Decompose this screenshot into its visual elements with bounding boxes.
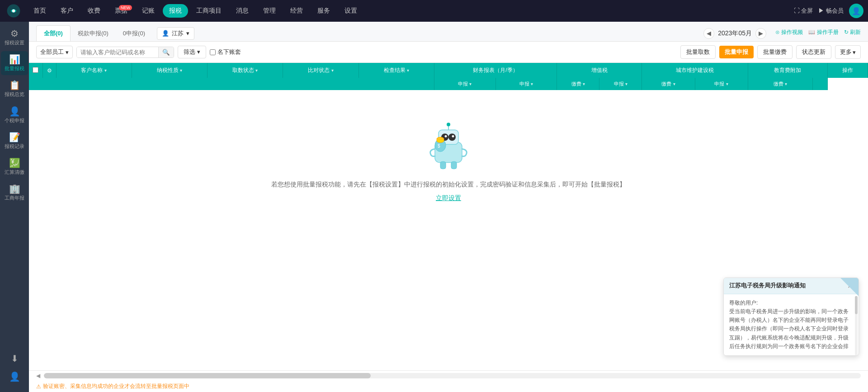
- sidebar-item-batch-tax[interactable]: 📊 批量报税: [1, 51, 28, 75]
- checkbox-column-header: [29, 63, 42, 78]
- th-financial-report: 财务报表（月/季）: [434, 63, 557, 78]
- th-city-maintenance: 城市维护建设税: [642, 63, 748, 78]
- th-city-declare: 申报 ▾: [599, 78, 642, 90]
- chevron-down-icon: ▾: [66, 49, 69, 56]
- sidebar-label-tax-settings: 报税设置: [5, 40, 24, 46]
- business-annual-icon: 🏢: [9, 184, 20, 193]
- warning-icon: ⚠: [36, 383, 41, 390]
- th-compare-status: 比对状态 ▾: [283, 63, 359, 78]
- employee-selector[interactable]: 全部员工 ▾: [36, 46, 73, 58]
- tab-all[interactable]: 全部(0): [36, 25, 71, 41]
- accounts-checkbox[interactable]: [210, 49, 216, 55]
- svg-rect-15: [440, 162, 446, 169]
- select-all-checkbox[interactable]: [33, 67, 38, 73]
- operation-manual-link[interactable]: 📖 操作手册: [808, 29, 838, 36]
- prev-month-button[interactable]: ◀: [703, 28, 714, 39]
- th-check-result: 检查结果 ▾: [359, 63, 434, 78]
- svg-text:$: $: [438, 143, 440, 148]
- bottom-section: ◀ ⚠ 验证账密、采集信息均成功的企业才会流转至批量报税页面中: [29, 370, 868, 392]
- user-avatar[interactable]: 👤: [849, 4, 863, 18]
- sidebar-item-personal-tax[interactable]: 👤 个税申报: [1, 103, 28, 127]
- notification-panel: 江苏电子税务局升级影响通知 ✕ 尊敬的用户: 受当前电子税务局进一步升级的影响，…: [723, 277, 859, 356]
- nav-message[interactable]: 消息: [230, 4, 255, 18]
- batch-pay-button[interactable]: 批量缴费: [757, 45, 793, 59]
- nav-menu: 首页 客户 收费 票据 NEW 记账 报税 工商项目 消息 管理 经营 服务 设…: [27, 4, 794, 18]
- new-badge: NEW: [119, 5, 132, 10]
- th-city-pay: 缴费 ▾: [642, 78, 695, 90]
- tab-tax-declare[interactable]: 税款申报(0): [71, 26, 116, 41]
- main-table: ⚙ 客户名称 ▾ 纳税性质 ▾ 取数状态 ▾ 比对状态 ▾: [29, 63, 868, 90]
- next-month-button[interactable]: ▶: [755, 28, 766, 39]
- app-logo[interactable]: [5, 2, 23, 20]
- th-operation: 操作: [827, 63, 868, 78]
- batch-tax-icon: 📊: [9, 55, 20, 64]
- sidebar-label-batch-tax: 批量报税: [5, 66, 24, 72]
- person-icon: 👤: [162, 30, 169, 37]
- annual-settle-icon: 💹: [9, 158, 20, 167]
- setup-link[interactable]: 立即设置: [436, 194, 461, 202]
- sidebar-item-user[interactable]: 👤: [1, 368, 28, 385]
- tax-records-icon: 📝: [9, 133, 20, 142]
- sidebar-item-download[interactable]: ⬇: [1, 350, 28, 367]
- scroll-left-arrow[interactable]: ◀: [36, 373, 40, 379]
- th-customer-name: 客户名称 ▾: [56, 63, 132, 78]
- tabs-bar: 全部(0) 税款申报(0) 0申报(0) 👤 江苏 ▾ ◀ 2023年05月 ▶…: [29, 22, 868, 42]
- sidebar-label-personal-tax: 个税申报: [5, 118, 24, 124]
- sidebar-item-tax-overview[interactable]: 📋 报税总览: [1, 77, 28, 101]
- tax-overview-icon: 📋: [9, 81, 20, 90]
- search-button[interactable]: 🔍: [158, 47, 174, 57]
- svg-point-14: [437, 139, 444, 143]
- warning-text: 验证账密、采集信息均成功的企业才会流转至批量报税页面中: [43, 382, 189, 390]
- more-button[interactable]: 更多 ▾: [835, 45, 861, 59]
- nav-accounting[interactable]: 记账: [136, 4, 161, 18]
- download-icon: ⬇: [11, 354, 19, 363]
- nav-home[interactable]: 首页: [27, 4, 52, 18]
- nav-customer[interactable]: 客户: [54, 4, 80, 18]
- tab-zero-declare[interactable]: 0申报(0): [116, 26, 152, 41]
- sidebar-item-business-annual[interactable]: 🏢 工商年报: [1, 181, 28, 205]
- notification-scrollbar[interactable]: [855, 296, 858, 355]
- filter-button[interactable]: 筛选 ▾: [178, 46, 206, 58]
- notification-header: 江苏电子税务局升级影响通知 ✕: [724, 278, 859, 294]
- nav-operation[interactable]: 经营: [284, 4, 309, 18]
- tax-settings-icon: ⚙: [10, 29, 19, 38]
- nav-business[interactable]: 工商项目: [190, 4, 228, 18]
- batch-fetch-button[interactable]: 批量取数: [680, 45, 716, 59]
- svg-rect-16: [451, 162, 457, 169]
- nav-service[interactable]: 服务: [311, 4, 336, 18]
- sidebar-label-annual-settle: 汇算清缴: [5, 169, 24, 175]
- th-tax-nature: 纳税性质 ▾: [132, 63, 207, 78]
- batch-declare-button[interactable]: 批量申报: [719, 46, 754, 58]
- nav-settings[interactable]: 设置: [338, 4, 363, 18]
- search-input[interactable]: [77, 47, 158, 57]
- toolbar: 全部员工 ▾ 🔍 筛选 ▾ 名下账套 批量取数 批量申报 批量缴费 状态更新: [29, 42, 868, 63]
- member-button[interactable]: ▶ 畅会员: [818, 7, 844, 15]
- refresh-button[interactable]: ↻ 刷新: [844, 29, 861, 36]
- checkbox-label[interactable]: 名下账套: [210, 48, 241, 56]
- notif-corner-decoration: [840, 278, 859, 296]
- region-selector[interactable]: 👤 江苏 ▾: [157, 27, 194, 40]
- nav-invoice[interactable]: 票据 NEW: [108, 4, 134, 18]
- notification-title: 江苏电子税务局升级影响通知: [729, 282, 806, 290]
- nav-manage[interactable]: 管理: [257, 4, 282, 18]
- fullscreen-button[interactable]: ⛶ 全屏: [794, 7, 813, 15]
- th-education-surcharge: 教育费附加: [748, 63, 827, 78]
- svg-point-9: [447, 123, 450, 126]
- toolbar-right: 批量取数 批量申报 批量缴费 状态更新 更多 ▾: [680, 45, 861, 59]
- sidebar-item-annual-settle[interactable]: 💹 汇算清缴: [1, 155, 28, 179]
- svg-point-6: [445, 135, 447, 138]
- sidebar-item-tax-records[interactable]: 📝 报税记录: [1, 129, 28, 153]
- sidebar-label-tax-overview: 报税总览: [5, 91, 24, 97]
- th-edu-declare: 申报 ▾: [695, 78, 748, 90]
- horizontal-scrollbar[interactable]: [44, 373, 861, 378]
- tabs-right-actions: ⊙ 操作视频 📖 操作手册 ↻ 刷新: [775, 29, 861, 38]
- notification-greeting: 尊敬的用户:: [729, 299, 853, 307]
- date-navigation: ◀ 2023年05月 ▶: [703, 28, 766, 39]
- status-update-button[interactable]: 状态更新: [796, 45, 831, 59]
- chevron-down-icon: ▾: [186, 30, 189, 37]
- nav-tax[interactable]: 报税: [163, 4, 188, 18]
- th-vat: 增值税: [557, 63, 642, 78]
- sidebar-item-tax-settings[interactable]: ⚙ 报税设置: [1, 25, 28, 49]
- nav-fee[interactable]: 收费: [81, 4, 107, 18]
- operation-video-link[interactable]: ⊙ 操作视频: [775, 29, 803, 36]
